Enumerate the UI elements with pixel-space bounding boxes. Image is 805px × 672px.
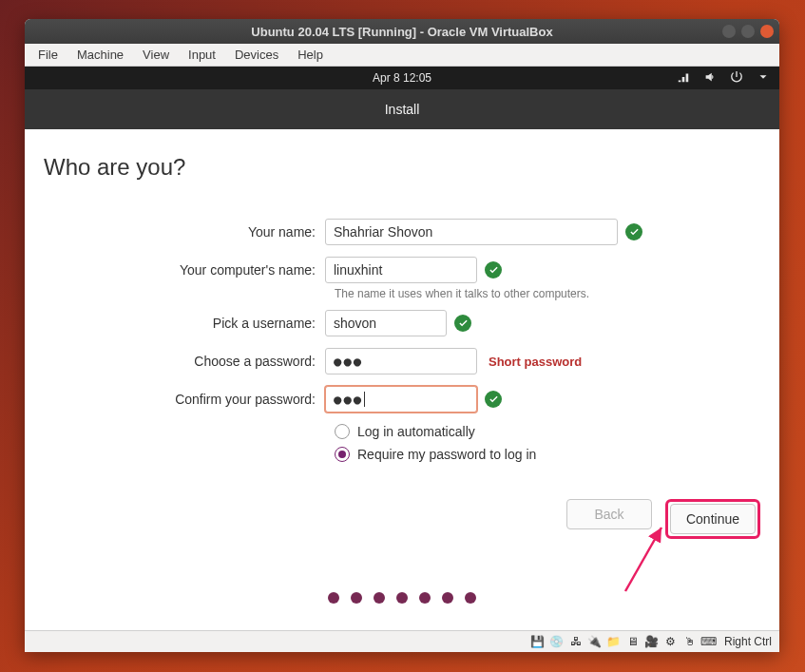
radio-label: Require my password to log in xyxy=(357,447,536,462)
install-header-label: Install xyxy=(385,102,420,117)
recording-icon[interactable]: 🎥 xyxy=(644,634,660,649)
radio-require-password[interactable]: Require my password to log in xyxy=(335,447,760,462)
computer-name-hint: The name it uses when it talks to other … xyxy=(335,287,760,300)
hdd-icon[interactable]: 💾 xyxy=(530,634,546,649)
minimize-button[interactable] xyxy=(722,25,736,38)
check-icon xyxy=(625,223,642,240)
power-icon[interactable] xyxy=(730,70,743,86)
usb-icon[interactable]: 🔌 xyxy=(587,634,603,649)
label-computer-name: Your computer's name: xyxy=(44,262,325,278)
install-body: Who are you? Your name: Your computer's … xyxy=(25,129,779,630)
dot xyxy=(351,592,362,604)
text-cursor xyxy=(364,392,365,407)
ubuntu-topbar: Apr 8 12:05 xyxy=(25,67,779,89)
row-confirm-password: Confirm your password: ●●● xyxy=(44,386,760,413)
username-field[interactable] xyxy=(325,310,447,336)
keyboard-icon[interactable]: ⌨ xyxy=(701,634,717,649)
close-button[interactable] xyxy=(760,25,774,38)
menu-devices[interactable]: Devices xyxy=(227,46,286,64)
vbox-menubar: File Machine View Input Devices Help xyxy=(25,44,779,67)
display-icon[interactable]: 🖥 xyxy=(625,634,641,649)
disc-icon[interactable]: 💿 xyxy=(549,634,565,649)
check-icon xyxy=(485,391,502,408)
dot xyxy=(374,592,385,604)
label-your-name: Your name: xyxy=(44,224,325,240)
menu-file[interactable]: File xyxy=(30,46,66,64)
volume-icon[interactable] xyxy=(703,70,717,86)
label-password: Choose a password: xyxy=(44,354,325,369)
check-icon xyxy=(454,315,471,332)
back-button[interactable]: Back xyxy=(566,499,652,529)
menu-machine[interactable]: Machine xyxy=(69,46,131,64)
row-your-name: Your name: xyxy=(44,219,760,245)
label-confirm-password: Confirm your password: xyxy=(44,392,325,407)
install-header: Install xyxy=(25,89,779,129)
system-tray[interactable] xyxy=(677,70,770,86)
nav-buttons: Back Continue xyxy=(566,499,760,539)
window-title: Ubuntu 20.04 LTS [Running] - Oracle VM V… xyxy=(251,25,552,39)
dot xyxy=(328,592,339,604)
shared-folder-icon[interactable]: 📁 xyxy=(606,634,622,649)
dot xyxy=(396,592,408,604)
mouse-icon[interactable]: 🖱 xyxy=(682,634,698,649)
guest-display: Apr 8 12:05 Install Who are you? Your na… xyxy=(25,67,779,630)
vbox-statusbar: 💾 💿 🖧 🔌 📁 🖥 🎥 ⚙ 🖱 ⌨ Right Ctrl xyxy=(25,630,779,652)
host-key-label: Right Ctrl xyxy=(724,635,772,648)
check-icon xyxy=(485,261,502,278)
radio-button-selected[interactable] xyxy=(335,447,350,462)
network-icon[interactable]: 🖧 xyxy=(568,634,584,649)
label-username: Pick a username: xyxy=(44,316,325,331)
dot xyxy=(465,592,476,604)
radio-login-auto[interactable]: Log in automatically xyxy=(335,424,760,439)
datetime-label[interactable]: Apr 8 12:05 xyxy=(373,71,431,85)
menu-help[interactable]: Help xyxy=(290,46,331,64)
menu-input[interactable]: Input xyxy=(181,46,223,64)
your-name-field[interactable] xyxy=(325,219,618,245)
menu-view[interactable]: View xyxy=(135,46,177,64)
radio-label: Log in automatically xyxy=(357,424,475,439)
dot xyxy=(419,592,431,604)
window-controls xyxy=(722,25,774,38)
continue-highlight: Continue xyxy=(665,499,760,539)
progress-dots xyxy=(328,592,476,604)
maximize-button[interactable] xyxy=(741,25,755,38)
row-computer-name: Your computer's name: xyxy=(44,257,760,283)
dot xyxy=(442,592,453,604)
computer-name-field[interactable] xyxy=(325,257,477,283)
vbox-titlebar: Ubuntu 20.04 LTS [Running] - Oracle VM V… xyxy=(25,19,779,44)
network-icon[interactable] xyxy=(677,70,690,86)
password-field[interactable]: ●●● xyxy=(325,348,477,374)
confirm-password-field[interactable]: ●●● xyxy=(325,386,477,413)
virtualbox-window: Ubuntu 20.04 LTS [Running] - Oracle VM V… xyxy=(25,19,779,652)
continue-button[interactable]: Continue xyxy=(670,504,756,534)
row-username: Pick a username: xyxy=(44,310,760,336)
page-title: Who are you? xyxy=(44,154,760,181)
row-password: Choose a password: ●●● Short password xyxy=(44,348,760,374)
radio-button[interactable] xyxy=(335,424,350,439)
chevron-down-icon[interactable] xyxy=(757,70,770,86)
cpu-icon[interactable]: ⚙ xyxy=(663,634,679,649)
password-warning: Short password xyxy=(489,355,582,369)
